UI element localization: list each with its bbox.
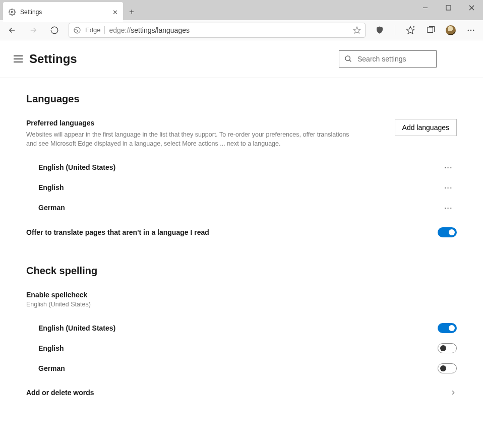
back-button[interactable] — [5, 23, 19, 37]
language-row: German ··· — [26, 198, 457, 218]
svg-rect-2 — [446, 6, 451, 10]
tab-close-icon[interactable]: ✕ — [112, 9, 118, 16]
window-controls — [413, 0, 483, 15]
enable-spellcheck-sub: English (United States) — [26, 301, 457, 308]
enable-spellcheck-heading: Enable spellcheck — [26, 291, 457, 299]
offer-translate-label: Offer to translate pages that aren't in … — [26, 228, 209, 236]
browser-toolbar: Edge edge://settings/languages — [0, 20, 483, 40]
language-more-actions[interactable]: ··· — [440, 162, 457, 173]
svg-marker-6 — [353, 27, 360, 33]
check-spelling-title: Check spelling — [26, 265, 457, 277]
toolbar-divider — [395, 25, 395, 35]
preferred-languages-list: English (United States) ··· English ··· … — [26, 157, 457, 218]
forward-button[interactable] — [26, 23, 40, 37]
toolbar-right — [373, 23, 478, 37]
svg-point-12 — [470, 29, 471, 30]
address-bar[interactable]: Edge edge://settings/languages — [69, 23, 366, 38]
profile-avatar[interactable] — [444, 23, 458, 37]
edge-icon — [73, 26, 81, 34]
tab-title: Settings — [20, 9, 108, 16]
svg-point-13 — [473, 29, 474, 30]
spellcheck-language-name: German — [38, 364, 65, 372]
chevron-right-icon — [450, 389, 457, 396]
menu-icon[interactable] — [10, 51, 26, 67]
maximize-button[interactable] — [437, 0, 460, 15]
new-tab-button[interactable]: ＋ — [123, 3, 140, 20]
add-delete-words-row[interactable]: Add or delete words — [26, 381, 457, 404]
svg-point-0 — [11, 11, 13, 13]
refresh-button[interactable] — [47, 23, 62, 37]
settings-header: Settings — [0, 40, 483, 78]
more-menu-button[interactable] — [464, 23, 478, 37]
svg-marker-7 — [407, 26, 414, 33]
collections-button[interactable] — [424, 23, 438, 37]
spellcheck-language-name: English (United States) — [38, 324, 115, 332]
svg-point-17 — [345, 56, 350, 60]
spellcheck-row: English — [26, 338, 457, 358]
preferred-languages-heading: Preferred languages — [26, 119, 359, 127]
shield-icon[interactable] — [373, 23, 387, 37]
site-identity-label: Edge — [85, 26, 100, 34]
search-icon — [344, 55, 352, 63]
url-text: edge://settings/languages — [109, 26, 349, 34]
preferred-languages-desc: Websites will appear in the first langua… — [26, 130, 359, 148]
browser-tab[interactable]: Settings ✕ — [3, 2, 123, 22]
offer-translate-row: Offer to translate pages that aren't in … — [26, 222, 457, 243]
spellcheck-row: English (United States) — [26, 318, 457, 338]
add-languages-button[interactable]: Add languages — [395, 119, 457, 136]
svg-line-18 — [349, 60, 351, 61]
gear-icon — [8, 8, 16, 16]
spellcheck-language-name: English — [38, 344, 64, 352]
spellcheck-toggle[interactable] — [438, 323, 457, 333]
page-title: Settings — [29, 52, 77, 66]
language-more-actions[interactable]: ··· — [440, 182, 457, 194]
svg-point-11 — [468, 29, 469, 30]
languages-section-title: Languages — [26, 93, 457, 105]
search-settings-input[interactable] — [357, 55, 446, 63]
favorite-star-icon[interactable] — [353, 26, 361, 34]
language-name: English (United States) — [38, 163, 115, 171]
language-name: German — [38, 204, 65, 212]
spellcheck-row: German — [26, 358, 457, 378]
spellcheck-list: English (United States) English German — [26, 318, 457, 378]
favorites-button[interactable] — [403, 23, 417, 37]
language-row: English ··· — [26, 177, 457, 198]
language-row: English (United States) ··· — [26, 157, 457, 177]
language-more-actions[interactable]: ··· — [440, 202, 457, 214]
offer-translate-toggle[interactable] — [438, 227, 457, 237]
svg-rect-10 — [428, 27, 433, 33]
spellcheck-toggle[interactable] — [438, 363, 457, 373]
address-separator — [104, 26, 105, 34]
close-window-button[interactable] — [460, 0, 483, 15]
language-name: English — [38, 183, 64, 191]
add-delete-words-label: Add or delete words — [26, 389, 94, 397]
settings-content: Languages Preferred languages Websites w… — [0, 78, 483, 404]
spellcheck-toggle[interactable] — [438, 343, 457, 353]
window-titlebar: Settings ✕ ＋ — [0, 0, 483, 20]
minimize-button[interactable] — [413, 0, 437, 15]
search-settings-box[interactable] — [339, 50, 437, 68]
